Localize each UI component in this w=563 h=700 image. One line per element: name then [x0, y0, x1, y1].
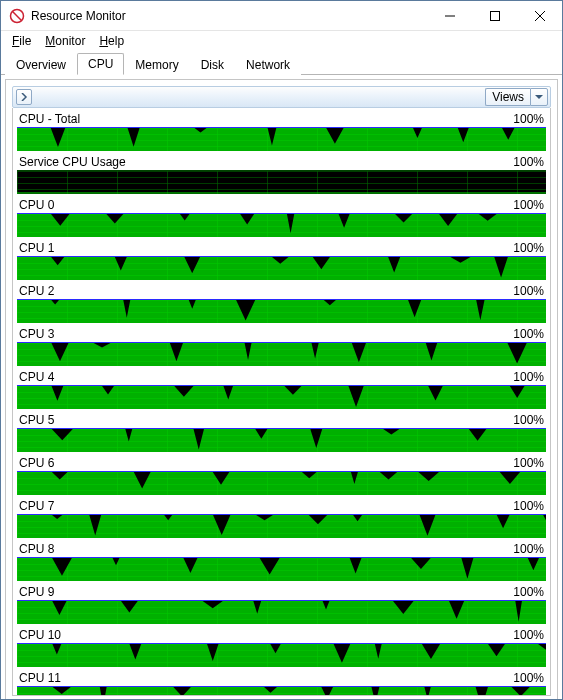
views-dropdown[interactable]	[530, 88, 548, 106]
graph-label: CPU 6	[19, 456, 54, 470]
graph-label: Service CPU Usage	[19, 155, 126, 169]
graph-canvas	[17, 428, 546, 452]
graph-canvas	[17, 299, 546, 323]
graph-scale: 100%	[513, 327, 544, 341]
graph-canvas	[17, 127, 546, 151]
graph-block: CPU 2100%	[17, 284, 546, 323]
graph-label: CPU - Total	[19, 112, 80, 126]
menu-file[interactable]: File	[5, 32, 38, 50]
graph-header: CPU 3100%	[17, 327, 546, 342]
graph-label: CPU 0	[19, 198, 54, 212]
svg-line-1	[13, 11, 21, 19]
graph-list[interactable]: CPU - Total100%Service CPU Usage100%CPU …	[12, 108, 551, 696]
graph-block: CPU 4100%	[17, 370, 546, 409]
window-controls	[427, 1, 562, 30]
content-pane: Views CPU - Total100%Service CPU Usage10…	[5, 79, 558, 700]
graph-label: CPU 4	[19, 370, 54, 384]
graph-label: CPU 3	[19, 327, 54, 341]
graph-block: Service CPU Usage100%	[17, 155, 546, 194]
graph-header: Service CPU Usage100%	[17, 155, 546, 170]
graph-canvas	[17, 514, 546, 538]
graph-label: CPU 1	[19, 241, 54, 255]
window-title: Resource Monitor	[31, 9, 427, 23]
graph-scale: 100%	[513, 585, 544, 599]
graph-block: CPU 5100%	[17, 413, 546, 452]
graph-header: CPU 5100%	[17, 413, 546, 428]
graph-scale: 100%	[513, 499, 544, 513]
graph-header: CPU 6100%	[17, 456, 546, 471]
graph-label: CPU 7	[19, 499, 54, 513]
graph-block: CPU 10100%	[17, 628, 546, 667]
graph-scale: 100%	[513, 413, 544, 427]
graph-header: CPU 9100%	[17, 585, 546, 600]
graph-header: CPU 4100%	[17, 370, 546, 385]
tab-memory[interactable]: Memory	[124, 54, 189, 75]
graph-label: CPU 11	[19, 671, 61, 685]
graph-block: CPU 7100%	[17, 499, 546, 538]
menu-monitor[interactable]: Monitor	[38, 32, 92, 50]
graph-label: CPU 5	[19, 413, 54, 427]
menubar: File Monitor Help	[1, 31, 562, 51]
graph-label: CPU 8	[19, 542, 54, 556]
graph-header: CPU 0100%	[17, 198, 546, 213]
tab-overview[interactable]: Overview	[5, 54, 77, 75]
graph-scale: 100%	[513, 284, 544, 298]
graph-canvas	[17, 342, 546, 366]
graph-canvas	[17, 643, 546, 667]
maximize-button[interactable]	[472, 1, 517, 30]
graph-canvas	[17, 557, 546, 581]
graph-scale: 100%	[513, 628, 544, 642]
graph-header: CPU - Total100%	[17, 112, 546, 127]
graph-header: CPU 1100%	[17, 241, 546, 256]
graph-block: CPU - Total100%	[17, 112, 546, 151]
graph-header: CPU 7100%	[17, 499, 546, 514]
graph-header: CPU 11100%	[17, 671, 546, 686]
graph-scale: 100%	[513, 370, 544, 384]
tabstrip: Overview CPU Memory Disk Network	[1, 53, 562, 75]
minimize-button[interactable]	[427, 1, 472, 30]
graph-scale: 100%	[513, 456, 544, 470]
graph-header: CPU 8100%	[17, 542, 546, 557]
graph-block: CPU 8100%	[17, 542, 546, 581]
graph-block: CPU 3100%	[17, 327, 546, 366]
graph-canvas	[17, 471, 546, 495]
graph-canvas	[17, 600, 546, 624]
graph-scale: 100%	[513, 155, 544, 169]
graph-scale: 100%	[513, 671, 544, 685]
graph-scale: 100%	[513, 241, 544, 255]
views-button[interactable]: Views	[485, 88, 530, 106]
tab-disk[interactable]: Disk	[190, 54, 235, 75]
graph-header: CPU 2100%	[17, 284, 546, 299]
graph-block: CPU 9100%	[17, 585, 546, 624]
close-button[interactable]	[517, 1, 562, 30]
graph-label: CPU 2	[19, 284, 54, 298]
graph-canvas	[17, 385, 546, 409]
collapse-button[interactable]	[16, 89, 32, 105]
graph-block: CPU 6100%	[17, 456, 546, 495]
svg-rect-3	[490, 11, 499, 20]
titlebar: Resource Monitor	[1, 1, 562, 31]
menu-help[interactable]: Help	[92, 32, 131, 50]
app-icon	[9, 8, 25, 24]
graph-canvas	[17, 213, 546, 237]
graph-scale: 100%	[513, 542, 544, 556]
graph-scale: 100%	[513, 112, 544, 126]
graph-block: CPU 0100%	[17, 198, 546, 237]
graph-toolbar: Views	[12, 86, 551, 108]
graph-label: CPU 9	[19, 585, 54, 599]
tab-network[interactable]: Network	[235, 54, 301, 75]
graph-canvas	[17, 256, 546, 280]
graph-scale: 100%	[513, 198, 544, 212]
tab-cpu[interactable]: CPU	[77, 53, 124, 75]
graph-header: CPU 10100%	[17, 628, 546, 643]
graph-canvas	[17, 170, 546, 194]
chevron-right-icon	[20, 93, 28, 101]
chevron-down-icon	[535, 93, 543, 101]
graph-label: CPU 10	[19, 628, 61, 642]
graph-canvas	[17, 686, 546, 696]
graph-block: CPU 1100%	[17, 241, 546, 280]
graph-block: CPU 11100%	[17, 671, 546, 696]
